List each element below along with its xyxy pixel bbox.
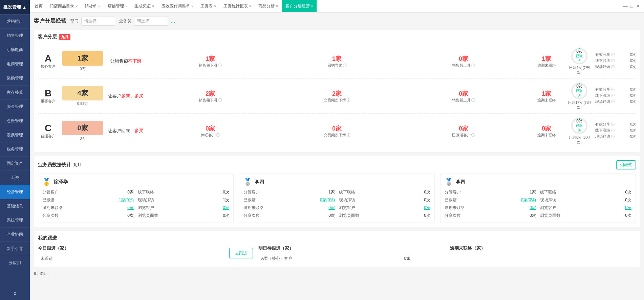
staff-metric-value[interactable]: 0家(0%): [320, 197, 335, 203]
staff-metric-value[interactable]: 0家: [127, 205, 134, 211]
sidebar-item-云应用[interactable]: 云应用: [0, 256, 30, 270]
tab-首页[interactable]: 首页: [31, 0, 46, 12]
tab-close-icon[interactable]: ×: [214, 4, 216, 8]
sidebar-item-营销推广[interactable]: 营销推广: [0, 15, 30, 29]
sidebar-item-库存核算[interactable]: 库存核算: [0, 86, 30, 100]
filter-more-button[interactable]: ...: [171, 18, 175, 24]
staff-metrics: 分管客户 0家线下联络 0次已跟进 1家(0%)现场拜访 1次逾期未联络 0家浏…: [42, 189, 229, 218]
staff-metric-row: 分享次数 0次: [243, 213, 335, 218]
stats-info-icon[interactable]: ⓘ: [611, 94, 615, 97]
dept-select[interactable]: 请选择: [81, 17, 115, 26]
sidebar-item-固定资产[interactable]: 固定资产: [0, 157, 30, 171]
close-window-button[interactable]: ✕: [636, 3, 640, 9]
staff-metric-value: 0次: [328, 213, 335, 218]
stats-value: 0次: [630, 87, 636, 92]
staff-filter: 业务员 请选择 ...: [119, 17, 175, 26]
staff-metric-value[interactable]: 0家: [223, 205, 229, 211]
staff-header: 🥇 徐泽华: [42, 178, 229, 186]
info-icon[interactable]: ⓘ: [347, 133, 350, 138]
tier-amount: 0万: [62, 136, 103, 141]
tab-销货单[interactable]: 销货单×: [81, 0, 104, 12]
staff-metric-row: 浏览客户 0家: [339, 205, 430, 211]
info-icon[interactable]: ⓘ: [216, 133, 220, 138]
tab-close-icon[interactable]: ×: [98, 4, 100, 8]
stats-value: 0次: [630, 58, 636, 63]
staff-metric-label: 浏览页面数: [540, 213, 560, 218]
sidebar-item-采购管理[interactable]: 采购管理: [0, 71, 30, 86]
sidebar-item-总账管理[interactable]: 总账管理: [0, 114, 30, 128]
sidebar-item-小畅电商[interactable]: 小畅电商: [0, 43, 30, 57]
tab-close-icon[interactable]: ×: [311, 4, 313, 8]
sidebar-item-基础信息[interactable]: 基础信息: [0, 199, 30, 213]
customer-month-badge: 九月: [59, 34, 70, 40]
info-icon[interactable]: ⓘ: [218, 63, 222, 68]
tab-close-icon[interactable]: ×: [276, 4, 278, 8]
staff-select[interactable]: 请选择: [134, 17, 168, 26]
sidebar-item-经营管理[interactable]: 经营管理: [0, 185, 30, 199]
info-icon[interactable]: ⓘ: [218, 98, 222, 103]
tier-followup: 0家 逾期未联络: [530, 124, 563, 138]
staff-metric-value[interactable]: 1家(0%): [119, 197, 134, 203]
sidebar-item-资金管理[interactable]: 资金管理: [0, 100, 30, 114]
stats-info-icon[interactable]: ⓘ: [611, 135, 615, 138]
followup-label: 逾期未联络: [530, 63, 563, 68]
stats-info-icon[interactable]: ⓘ: [611, 59, 615, 63]
tab-商品分析[interactable]: 商品分析×: [255, 0, 282, 12]
tab-close-icon[interactable]: ×: [152, 4, 154, 8]
restore-button[interactable]: □: [630, 3, 633, 9]
sidebar-item-工资[interactable]: 工资: [0, 171, 30, 185]
staff-metric-row: 现场拜访 1次: [138, 197, 229, 203]
tab-close-icon[interactable]: ×: [125, 4, 127, 8]
tab-店铺管理[interactable]: 店铺管理×: [104, 0, 131, 12]
staff-metric-value[interactable]: 0家(0%): [521, 197, 536, 203]
sidebar-item-税务管理[interactable]: 税务管理: [0, 142, 30, 157]
info-icon[interactable]: ⓘ: [471, 133, 475, 138]
sidebar-item-系统管理[interactable]: 系统管理: [0, 213, 30, 228]
minimize-button[interactable]: —: [623, 3, 628, 9]
staff-metric-value[interactable]: 0家: [328, 205, 335, 211]
tab-close-icon[interactable]: ×: [249, 4, 251, 8]
sidebar-item-电商管理[interactable]: 电商管理: [0, 57, 30, 71]
sidebar-item-企业协同[interactable]: 企业协同: [0, 228, 30, 242]
info-icon[interactable]: ⓘ: [471, 98, 475, 103]
info-icon[interactable]: ⓘ: [471, 63, 475, 68]
sidebar-item-销售管理[interactable]: 销售管理: [0, 29, 30, 43]
staff-metric-value[interactable]: 0家: [530, 205, 536, 211]
sidebar-item-发票管理[interactable]: 发票管理: [0, 128, 30, 142]
info-icon[interactable]: ⓘ: [343, 63, 347, 68]
sidebar-item-新手引导[interactable]: 新手引导: [0, 242, 30, 256]
sidebar-title: 批发管理: [3, 4, 21, 10]
metric-card: 0家 销售额上升 ⓘ: [402, 88, 525, 105]
tier-stats-right: 有效分享 ⓘ0次线下联络 ⓘ0次现场拜访 ⓘ0次: [595, 52, 636, 70]
stats-info-icon[interactable]: ⓘ: [611, 65, 615, 69]
stats-info-icon[interactable]: ⓘ: [611, 122, 615, 126]
staff-name: 李四: [255, 179, 264, 185]
stats-info-icon[interactable]: ⓘ: [611, 53, 615, 56]
stats-info-icon[interactable]: ⓘ: [611, 129, 615, 132]
staff-metric-row: 浏览客户 0家: [138, 205, 229, 211]
sidebar-settings[interactable]: ⚙: [0, 287, 30, 300]
table-value: —: [162, 255, 223, 262]
goto-followup-button[interactable]: 去跟进: [229, 248, 253, 258]
tab-工资统计报表[interactable]: 工资统计报表×: [220, 0, 255, 12]
tab-生成凭证[interactable]: 生成凭证×: [131, 0, 158, 12]
tab-label: 门店商品目录: [50, 3, 74, 9]
stats-info-icon[interactable]: ⓘ: [611, 88, 615, 91]
slogan-highlight: 多买: [134, 128, 143, 133]
tab-label: 客户分层经营: [285, 3, 310, 9]
tier-count-num: 0家: [77, 123, 88, 133]
stats-info-icon[interactable]: ⓘ: [611, 100, 615, 103]
list-view-button[interactable]: 列表式: [616, 160, 636, 169]
staff-metric-value[interactable]: 0家: [424, 205, 430, 211]
stats-label: 现场拜访 ⓘ: [595, 134, 615, 139]
tab-门店商品目录[interactable]: 门店商品目录×: [46, 0, 81, 12]
staff-metric-value[interactable]: 0家: [625, 205, 631, 211]
tab-工资表[interactable]: 工资表×: [197, 0, 220, 12]
info-icon[interactable]: ⓘ: [347, 98, 350, 103]
sidebar-header[interactable]: 批发管理 ▲: [0, 0, 30, 15]
tab-客户分层经营[interactable]: 客户分层经营×: [282, 0, 317, 12]
tab-应收应付调整单[interactable]: 应收应付调整单×: [158, 0, 197, 12]
tab-close-icon[interactable]: ×: [191, 4, 193, 8]
metric-label: 已激活客户 ⓘ: [404, 133, 523, 138]
tab-close-icon[interactable]: ×: [76, 4, 78, 8]
